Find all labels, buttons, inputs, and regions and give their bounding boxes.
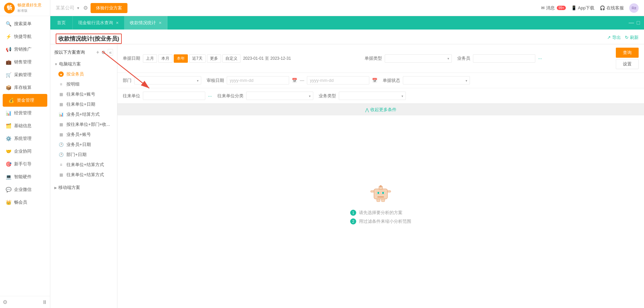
- svg-point-7: [380, 185, 382, 187]
- salesman-more-icon[interactable]: ···: [538, 56, 542, 61]
- svg-rect-11: [381, 199, 385, 202]
- scheme-item-unit-account[interactable]: ▦ 往来单位+账号: [50, 89, 117, 99]
- scheme-group-desktop-title[interactable]: ▼ 电脑端方案: [50, 59, 117, 69]
- biz-type-label: 业务类型: [319, 93, 336, 99]
- sidebar-item-member[interactable]: 👑 畅会员: [0, 196, 50, 209]
- sidebar-item-quick-nav[interactable]: ⚡ 快捷导航: [0, 30, 50, 43]
- sidebar-bottom: ⚙ ⏸: [0, 296, 50, 308]
- counterpart-more-icon[interactable]: ···: [208, 93, 212, 99]
- tab-minimize-icon[interactable]: —: [629, 20, 634, 26]
- sidebar-item-guide[interactable]: 🎯 新手引导: [0, 158, 50, 170]
- dept-label: 部门: [123, 78, 131, 84]
- sidebar-item-search-menu[interactable]: 🔍 搜索菜单: [0, 17, 50, 30]
- sidebar-item-purchase[interactable]: 🛒 采购管理: [0, 68, 50, 81]
- date-label: 单据日期: [123, 55, 140, 61]
- sidebar-item-business[interactable]: 📊 经营管理: [0, 107, 50, 119]
- search-icon: 🔍: [5, 21, 11, 27]
- scheme-item-unit-settle1[interactable]: ≡ 往来单位+结算方式: [50, 160, 117, 170]
- counterpart-type-select[interactable]: [246, 92, 313, 100]
- sidebar-item-finance[interactable]: 💰 资金管理: [3, 94, 47, 107]
- scheme-item-salesman-account[interactable]: ▦ 业务员+账号: [50, 130, 117, 140]
- online-service-button[interactable]: 🎧 在线客服: [600, 5, 624, 11]
- clock-icon: 🕐: [58, 142, 64, 147]
- scheme-gear-icon[interactable]: ⚙: [101, 50, 106, 55]
- tab-maximize-icon[interactable]: □: [637, 20, 640, 26]
- salesman-input[interactable]: [473, 54, 535, 63]
- export-button[interactable]: ↗ 导出: [607, 35, 621, 41]
- topbar-gear-icon[interactable]: ⚙: [83, 5, 88, 11]
- message-button[interactable]: ✉ 消息 99+: [541, 5, 566, 11]
- scheme-item-by-mingxi[interactable]: ≡ 按明细: [50, 79, 117, 89]
- corp-icon: 🤝: [5, 148, 11, 154]
- workspace-dropdown-icon[interactable]: ▾: [77, 6, 79, 10]
- review-date-filter: 审核日期 📅 — 📅: [207, 76, 377, 85]
- doc-status-label: 单据状态: [383, 78, 400, 84]
- tab-receipt-stat[interactable]: 收款情况统计 ✕: [124, 16, 167, 30]
- svg-rect-8: [371, 191, 374, 192]
- calendar-icon-to[interactable]: 📅: [372, 78, 377, 83]
- date-btn-this-month[interactable]: 本月: [158, 54, 172, 63]
- counterpart-input[interactable]: [143, 92, 205, 100]
- right-content: 单据日期 上月 本月 本年 近7天 更多 自定义 2023-01-01 至 20…: [117, 44, 644, 308]
- scheme-item-label: 往来单位+结算方式: [66, 172, 104, 178]
- calendar-icon-from[interactable]: 📅: [292, 78, 297, 83]
- scheme-item-by-salesman[interactable]: ● 按业务员: [50, 69, 117, 79]
- date-btn-this-year[interactable]: 本年: [174, 54, 188, 63]
- user-avatar[interactable]: Rit: [629, 3, 639, 13]
- sidebar-item-label: 基础信息: [14, 123, 32, 129]
- review-date-to-input[interactable]: [307, 76, 369, 85]
- settings-icon[interactable]: ⚙: [3, 299, 7, 305]
- scheme-item-salesman-date[interactable]: 🕐 业务员+日期: [50, 140, 117, 150]
- filter-row-1: 单据日期 上月 本月 本年 近7天 更多 自定义 2023-01-01 至 20…: [117, 44, 644, 73]
- scheme-group-mobile-title[interactable]: ▶ 移动端方案: [50, 183, 117, 193]
- bar-icon: 📊: [58, 112, 64, 117]
- sidebar-item-base[interactable]: 🗂️ 基础信息: [0, 119, 50, 132]
- refresh-button[interactable]: ↻ 刷新: [625, 35, 639, 41]
- business-icon: 📊: [5, 110, 11, 116]
- sidebar-item-label: 营销推广: [14, 46, 32, 52]
- app-download-button[interactable]: 📱 App下载: [571, 5, 594, 11]
- message-icon: ✉: [541, 5, 545, 10]
- scheme-group-desktop: ▼ 电脑端方案 ● 按业务员 ≡ 按明细 ▦ 往来单位+账号: [50, 59, 117, 183]
- export-icon: ↗: [607, 35, 611, 40]
- app-logo: 畅 畅捷通好生意 标准版: [0, 0, 50, 16]
- scheme-item-dept-date[interactable]: 🕐 部门+日期: [50, 150, 117, 160]
- doc-status-select[interactable]: [403, 76, 470, 85]
- date-btn-last-month[interactable]: 上月: [143, 54, 157, 63]
- sidebar-item-marketing[interactable]: 📢 营销推广: [0, 43, 50, 56]
- date-btn-more[interactable]: 更多: [207, 54, 221, 63]
- biz-type-select[interactable]: [339, 92, 406, 100]
- sidebar-item-sales[interactable]: 💼 销售管理: [0, 56, 50, 68]
- tab-bank-flow-close[interactable]: ✕: [116, 21, 119, 25]
- sidebar-item-inventory[interactable]: 📦 库存核算: [0, 81, 50, 94]
- tab-receipt-stat-close[interactable]: ✕: [159, 21, 162, 25]
- date-btn-7days[interactable]: 近7天: [189, 54, 206, 63]
- dept-select[interactable]: [134, 76, 201, 85]
- sidebar-item-corp[interactable]: 🤝 企业协同: [0, 145, 50, 158]
- sidebar-item-hardware[interactable]: 💻 智能硬件: [0, 170, 50, 183]
- member-icon: 👑: [5, 199, 11, 205]
- collapse-icon[interactable]: ⏸: [42, 299, 47, 305]
- scheme-item-salesman-settle[interactable]: 📊 业务员+结算方式: [50, 109, 117, 119]
- scheme-item-unit-date[interactable]: ▦ 往来单位+日期: [50, 99, 117, 109]
- scheme-add-icon[interactable]: +: [96, 49, 99, 55]
- scheme-collapse-icon[interactable]: «: [108, 49, 113, 56]
- doc-type-select[interactable]: [385, 54, 452, 63]
- collapse-bar[interactable]: ⋀ 收起更多条件: [117, 104, 644, 115]
- scheme-item-unit-dept-recv[interactable]: ▦ 按往来单位+部门+收...: [50, 119, 117, 130]
- scheme-item-unit-settle2[interactable]: ▦ 往来单位+结算方式: [50, 170, 117, 180]
- date-btn-custom[interactable]: 自定义: [222, 54, 240, 63]
- query-button[interactable]: 查询: [616, 48, 639, 58]
- sidebar-item-wechat[interactable]: 💬 企业微信: [0, 183, 50, 196]
- setting-button[interactable]: 设置: [616, 59, 639, 69]
- tab-bank-flow[interactable]: 现金银行流水查询 ✕: [73, 16, 124, 30]
- tab-home[interactable]: 首页: [50, 16, 73, 30]
- scheme-item-label: 按往来单位+部门+收...: [66, 121, 110, 127]
- review-date-from-input[interactable]: [227, 76, 289, 85]
- base-icon: 🗂️: [5, 123, 11, 129]
- online-service-label: 在线客服: [606, 5, 624, 11]
- scheme-group-label: 电脑端方案: [59, 61, 81, 67]
- main-content: 收款情况统计(按业务员) ↗ 导出 ↻ 刷新 按以下方案查询 + ⚙ «: [50, 30, 644, 308]
- trial-button[interactable]: 体验行业方案: [91, 3, 127, 13]
- sidebar-item-system[interactable]: ⚙️ 系统管理: [0, 132, 50, 145]
